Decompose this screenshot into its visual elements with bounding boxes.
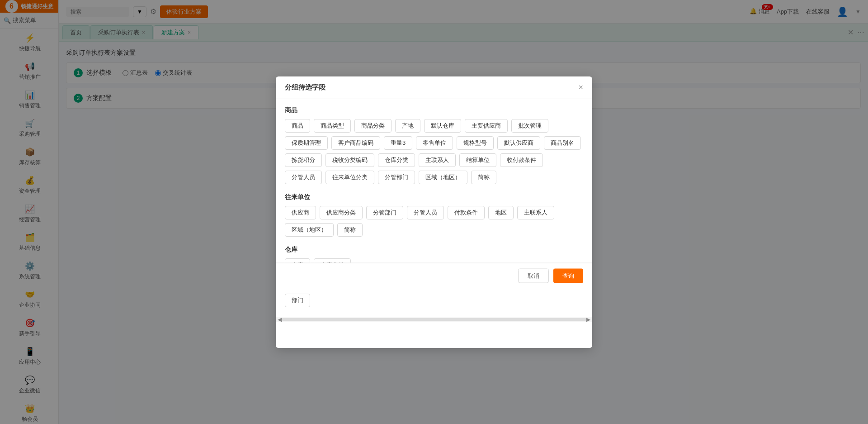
field-tag[interactable]: 税收分类编码 — [326, 153, 374, 167]
field-tag[interactable]: 批次管理 — [511, 119, 548, 133]
field-tag[interactable]: 拣货积分 — [285, 153, 322, 167]
field-select-modal: 分组待选字段 × 商品商品商品类型商品分类产地默认仓库主要供应商批次管理保质期管… — [276, 76, 592, 348]
field-tag[interactable]: 商品 — [285, 119, 310, 133]
scroll-right-arrow[interactable]: ▶ — [586, 316, 590, 323]
field-tag[interactable]: 往来单位分类 — [326, 171, 374, 184]
modal-title: 分组待选字段 — [285, 83, 326, 92]
scroll-left-arrow[interactable]: ◀ — [278, 316, 282, 323]
field-tag[interactable]: 付款条件 — [448, 206, 485, 219]
field-tag[interactable]: 商品别名 — [544, 136, 581, 150]
field-tag[interactable]: 规格型号 — [457, 136, 494, 150]
modal-footer: 取消 查询 — [276, 262, 592, 288]
field-tag[interactable]: 区域（地区） — [419, 171, 467, 184]
section-goods: 商品商品商品类型商品分类产地默认仓库主要供应商批次管理保质期管理客户商品编码重量… — [285, 106, 583, 184]
field-tag[interactable]: 默认仓库 — [424, 119, 461, 133]
field-tag[interactable]: 默认供应商 — [497, 136, 540, 150]
section-title-goods: 商品 — [285, 106, 583, 114]
modal-horizontal-scrollbar: ◀ ▶ — [276, 317, 592, 322]
field-tag[interactable]: 商品分类 — [354, 119, 392, 133]
field-tags-goods: 商品商品类型商品分类产地默认仓库主要供应商批次管理保质期管理客户商品编码重量3零… — [285, 119, 583, 184]
field-tag[interactable]: 产地 — [395, 119, 420, 133]
section-title-partner: 往来单位 — [285, 193, 583, 201]
field-tag[interactable]: 区域（地区） — [285, 223, 334, 237]
field-tag[interactable]: 商品类型 — [314, 119, 351, 133]
field-tag[interactable]: 收付款条件 — [500, 153, 543, 167]
field-tag[interactable]: 仓库分类 — [378, 153, 415, 167]
field-tag[interactable]: 部门 — [285, 294, 310, 307]
modal-header: 分组待选字段 × — [276, 76, 592, 99]
modal-close-button[interactable]: × — [578, 83, 583, 92]
section-title-warehouse: 仓库 — [285, 246, 583, 254]
field-tag[interactable]: 分管人员 — [285, 171, 322, 184]
field-tag[interactable]: 重量3 — [384, 136, 412, 150]
section-partner: 往来单位供应商供应商分类分管部门分管人员付款条件地区主联系人区域（地区）简称 — [285, 193, 583, 237]
confirm-button[interactable]: 查询 — [553, 268, 583, 283]
field-tag[interactable]: 主联系人 — [517, 206, 554, 219]
field-tags-partner: 供应商供应商分类分管部门分管人员付款条件地区主联系人区域（地区）简称 — [285, 206, 583, 237]
field-tag[interactable]: 主联系人 — [419, 153, 456, 167]
field-tag[interactable]: 分管部门 — [366, 206, 403, 219]
field-tags-department: 部门 — [285, 294, 583, 307]
field-tag[interactable]: 保质期管理 — [285, 136, 328, 150]
field-tag[interactable]: 客户商品编码 — [331, 136, 380, 150]
field-tag[interactable]: 结算单位 — [459, 153, 496, 167]
field-tag[interactable]: 供应商分类 — [320, 206, 363, 219]
field-tag[interactable]: 零售单位 — [416, 136, 453, 150]
field-tag[interactable]: 分管人员 — [407, 206, 444, 219]
horizontal-scrollbar-track[interactable] — [282, 318, 586, 321]
cancel-button[interactable]: 取消 — [518, 268, 549, 283]
field-tag[interactable]: 供应商 — [285, 206, 316, 219]
field-tag[interactable]: 主要供应商 — [465, 119, 508, 133]
field-tag[interactable]: 简称 — [337, 223, 363, 237]
field-tag[interactable]: 地区 — [488, 206, 514, 219]
field-tag[interactable]: 简称 — [471, 171, 496, 184]
field-tag[interactable]: 分管部门 — [378, 171, 415, 184]
